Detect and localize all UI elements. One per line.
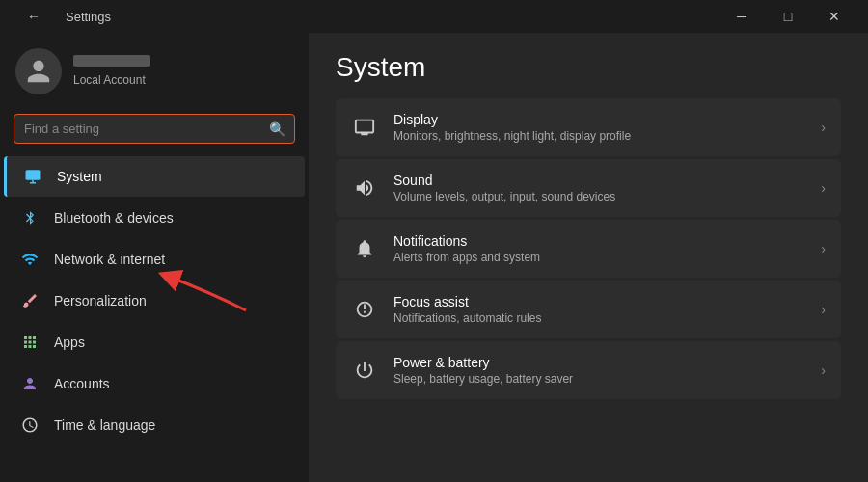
minimize-button[interactable]: ─ bbox=[719, 1, 764, 32]
sidebar-item-personalization-label: Personalization bbox=[54, 293, 147, 308]
page-title: System bbox=[336, 52, 841, 83]
title-bar: ← Settings ─ □ ✕ bbox=[0, 0, 868, 33]
sidebar: Local Account 🔍 System Bluetooth & de bbox=[0, 33, 309, 482]
notifications-icon bbox=[351, 235, 378, 262]
search-icon: 🔍 bbox=[269, 121, 285, 137]
setting-power[interactable]: Power & battery Sleep, battery usage, ba… bbox=[336, 341, 841, 399]
notifications-desc: Alerts from apps and system bbox=[393, 251, 805, 264]
setting-sound[interactable]: Sound Volume levels, output, input, soun… bbox=[336, 159, 841, 217]
personalization-icon bbox=[19, 290, 41, 311]
power-text: Power & battery Sleep, battery usage, ba… bbox=[393, 355, 805, 386]
title-bar-left: ← Settings bbox=[12, 1, 111, 32]
user-section[interactable]: Local Account bbox=[0, 40, 309, 110]
display-title: Display bbox=[393, 112, 805, 127]
sound-title: Sound bbox=[393, 173, 805, 188]
notifications-title: Notifications bbox=[393, 233, 805, 249]
focus-text: Focus assist Notifications, automatic ru… bbox=[393, 294, 805, 325]
user-info: Local Account bbox=[73, 55, 293, 88]
main-content: System Display Monitors, brightness, nig… bbox=[309, 33, 868, 482]
sidebar-item-network-label: Network & internet bbox=[54, 252, 165, 267]
sidebar-item-accounts[interactable]: Accounts bbox=[4, 363, 305, 404]
settings-list: Display Monitors, brightness, night ligh… bbox=[336, 98, 841, 399]
search-input[interactable] bbox=[14, 114, 295, 144]
notifications-chevron: › bbox=[821, 241, 826, 256]
maximize-button[interactable]: □ bbox=[766, 1, 810, 32]
system-icon bbox=[22, 166, 43, 187]
power-chevron: › bbox=[821, 362, 826, 378]
sound-desc: Volume levels, output, input, sound devi… bbox=[393, 190, 805, 203]
close-button[interactable]: ✕ bbox=[812, 1, 856, 32]
bluetooth-icon bbox=[19, 207, 41, 228]
notifications-text: Notifications Alerts from apps and syste… bbox=[393, 233, 805, 264]
power-title: Power & battery bbox=[393, 355, 805, 370]
network-icon bbox=[19, 249, 41, 270]
sidebar-item-apps-label: Apps bbox=[54, 335, 85, 350]
user-account: Local Account bbox=[73, 73, 146, 87]
sound-chevron: › bbox=[821, 180, 826, 196]
power-desc: Sleep, battery usage, battery saver bbox=[393, 372, 805, 386]
sidebar-item-personalization[interactable]: Personalization bbox=[4, 281, 305, 321]
sidebar-item-apps[interactable]: Apps bbox=[4, 322, 305, 362]
sidebar-item-bluetooth-label: Bluetooth & devices bbox=[54, 210, 174, 226]
user-name bbox=[73, 55, 150, 67]
sidebar-item-time[interactable]: Time & language bbox=[4, 405, 305, 445]
display-chevron: › bbox=[821, 120, 826, 135]
app-title: Settings bbox=[66, 10, 111, 24]
sidebar-item-bluetooth[interactable]: Bluetooth & devices bbox=[4, 198, 305, 238]
sound-text: Sound Volume levels, output, input, soun… bbox=[393, 173, 805, 203]
sound-icon bbox=[351, 174, 378, 201]
focus-chevron: › bbox=[821, 302, 826, 317]
sidebar-item-system-label: System bbox=[57, 169, 102, 184]
setting-display[interactable]: Display Monitors, brightness, night ligh… bbox=[336, 98, 841, 156]
sidebar-item-network[interactable]: Network & internet bbox=[4, 239, 305, 280]
display-text: Display Monitors, brightness, night ligh… bbox=[393, 112, 805, 143]
power-icon bbox=[351, 357, 378, 384]
back-button[interactable]: ← bbox=[12, 1, 56, 32]
svg-rect-0 bbox=[26, 170, 41, 180]
window-controls: ─ □ ✕ bbox=[719, 1, 856, 32]
avatar bbox=[15, 48, 62, 94]
sidebar-item-system[interactable]: System bbox=[4, 156, 305, 197]
search-box: 🔍 bbox=[14, 114, 295, 144]
time-icon bbox=[19, 415, 41, 436]
user-avatar-icon bbox=[25, 58, 52, 85]
display-desc: Monitors, brightness, night light, displ… bbox=[393, 129, 805, 143]
setting-notifications[interactable]: Notifications Alerts from apps and syste… bbox=[336, 220, 841, 278]
accounts-icon bbox=[19, 373, 41, 394]
apps-icon bbox=[19, 332, 41, 353]
focus-title: Focus assist bbox=[393, 294, 805, 309]
nav-list: System Bluetooth & devices Network & int… bbox=[0, 155, 309, 482]
focus-desc: Notifications, automatic rules bbox=[393, 311, 805, 325]
sidebar-item-time-label: Time & language bbox=[54, 417, 155, 433]
sidebar-item-accounts-label: Accounts bbox=[54, 376, 110, 391]
setting-focus[interactable]: Focus assist Notifications, automatic ru… bbox=[336, 281, 841, 338]
app-body: Local Account 🔍 System Bluetooth & de bbox=[0, 33, 868, 482]
focus-icon bbox=[351, 296, 378, 323]
display-icon bbox=[351, 114, 378, 141]
